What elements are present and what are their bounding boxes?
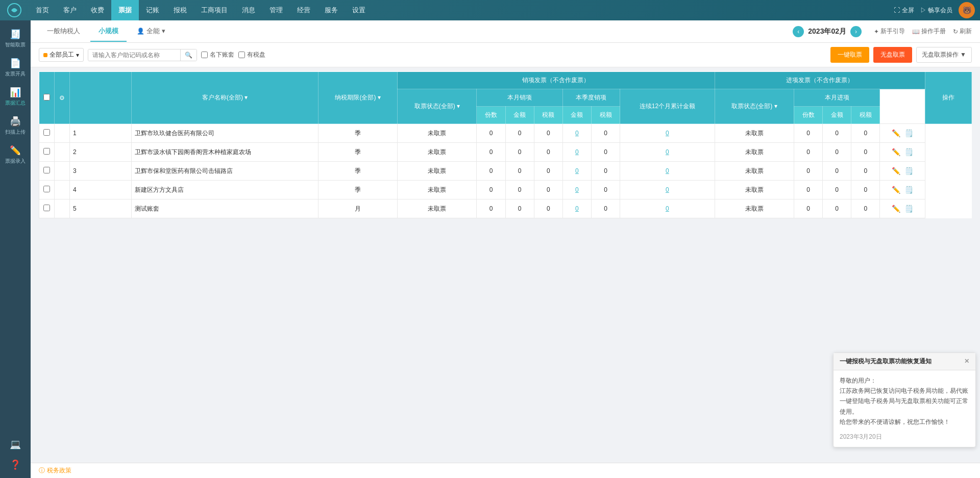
issue-invoice-icon: 📄: [10, 58, 21, 69]
nav-fee[interactable]: 收费: [84, 0, 111, 20]
row-checkbox[interactable]: [43, 205, 50, 211]
row-cancel-status-input: 未取票: [715, 162, 794, 181]
col-quarterly-sales-header: 本季度销项: [562, 89, 620, 107]
sidebar-item-issue-invoice[interactable]: 📄 发票开具: [1, 54, 30, 82]
col-monthly-sales-shares: 份数: [477, 107, 505, 124]
fullscreen-btn[interactable]: ⛶ 全屏: [894, 6, 914, 15]
nav-service[interactable]: 服务: [317, 0, 345, 20]
search-box: 🔍: [88, 49, 197, 61]
row-actions: ✏️ 🗒️: [880, 199, 925, 218]
sidebar-monitor-icon[interactable]: 💻: [7, 436, 23, 452]
guide-link[interactable]: ✦ 新手引导: [874, 27, 905, 36]
nav-bookkeeping[interactable]: 记账: [139, 0, 166, 20]
nav-operation[interactable]: 经营: [290, 0, 317, 20]
toolbar: 全部员工 ▾ 🔍 名下账套 有税盘 一键取票 无盘取票 无盘取票操作 ▼: [31, 43, 980, 67]
row-checkbox[interactable]: [43, 186, 50, 192]
row-checkbox-cell[interactable]: [39, 162, 55, 181]
row-settings-cell: [55, 124, 70, 143]
detail-btn[interactable]: 🗒️: [903, 204, 914, 214]
detail-btn[interactable]: 🗒️: [903, 128, 914, 138]
row-cumulative-12month: 0: [620, 181, 715, 199]
member-btn[interactable]: ▷ 畅享会员: [920, 6, 952, 15]
row-cancel-status-sales: 未取票: [398, 124, 477, 143]
manual-link[interactable]: 📖 操作手册: [912, 27, 946, 36]
row-tax-period: 季: [318, 143, 397, 162]
nav-client[interactable]: 客户: [56, 0, 84, 20]
row-monthly-shares-input: 0: [794, 124, 822, 143]
user-avatar[interactable]: 🐻: [959, 2, 975, 18]
sidebar-item-invoice-summary[interactable]: 📊 票据汇总: [1, 83, 30, 111]
edit-btn[interactable]: ✏️: [891, 128, 901, 138]
row-cancel-status-sales: 未取票: [398, 199, 477, 218]
edit-btn[interactable]: ✏️: [891, 185, 901, 195]
nav-right: ⛶ 全屏 ▷ 畅享会员 🐻: [894, 2, 975, 18]
row-checkbox-cell[interactable]: [39, 124, 55, 143]
nav-message[interactable]: 消息: [235, 0, 262, 20]
edit-btn[interactable]: ✏️: [891, 166, 901, 176]
policy-link[interactable]: 税务政策: [47, 466, 71, 475]
period-prev-btn[interactable]: ‹: [793, 26, 804, 37]
row-cumulative-12month: 0: [620, 143, 715, 162]
edit-btn[interactable]: ✏️: [891, 147, 901, 157]
account-filter-checkbox[interactable]: 名下账套: [201, 51, 234, 59]
no-disk-ops-btn[interactable]: 无盘取票操作 ▼: [916, 47, 972, 63]
tax-disk-filter-checkbox[interactable]: 有税盘: [238, 51, 265, 59]
row-checkbox-cell[interactable]: [39, 199, 55, 218]
row-checkbox[interactable]: [43, 129, 50, 136]
row-checkbox-cell[interactable]: [39, 181, 55, 199]
row-num: 5: [70, 199, 132, 218]
table-row: 3 卫辉市保和堂医药有限公司击辐路店 季 未取票 0 0 0 0 0 0 未取票…: [39, 162, 972, 181]
detail-btn[interactable]: 🗒️: [903, 147, 914, 157]
smart-invoice-icon: 🧾: [10, 29, 21, 40]
row-quarterly-tax-sales: 0: [591, 162, 620, 181]
no-disk-btn[interactable]: 无盘取票: [873, 47, 912, 63]
row-monthly-shares-input: 0: [794, 199, 822, 218]
sidebar-item-smart-invoice[interactable]: 🧾 智能取票: [1, 24, 30, 53]
notification-title: 一键报税与无盘取票功能恢复通知: [840, 357, 932, 366]
row-monthly-tax-input: 0: [851, 143, 880, 162]
nav-invoice[interactable]: 票据: [111, 0, 139, 20]
tab-bar: 一般纳税人 小规模 👤 全能 ▾ ‹ 2023年02月 › ✦ 新手引导 📖 操…: [31, 20, 980, 43]
col-monthly-input-amount: 金额: [823, 107, 851, 124]
one-click-btn[interactable]: 一键取票: [830, 47, 869, 63]
nav-tax[interactable]: 报税: [166, 0, 194, 20]
col-client-header: 客户名称(全部) ▾: [132, 72, 318, 124]
search-button[interactable]: 🔍: [180, 49, 197, 61]
sidebar-item-scan-upload[interactable]: 🖨️ 扫描上传: [1, 112, 30, 140]
sidebar-item-invoice-entry[interactable]: ✏️ 票据录入: [1, 141, 30, 169]
tab-general-taxpayer[interactable]: 一般纳税人: [39, 21, 88, 42]
notification-header: 一键报税与无盘取票功能恢复通知 ✕: [834, 353, 975, 370]
nav-items: 首页 客户 收费 票据 记账 报税 工商项目 消息 管理 经营 服务 设置: [29, 0, 894, 20]
row-quarterly-amount-sales: 0: [562, 124, 591, 143]
row-checkbox-cell[interactable]: [39, 143, 55, 162]
row-monthly-shares-sales: 0: [477, 199, 505, 218]
tab-all[interactable]: 👤 全能 ▾: [129, 21, 174, 42]
row-checkbox[interactable]: [43, 148, 50, 155]
row-quarterly-amount-sales: 0: [562, 143, 591, 162]
refresh-link[interactable]: ↻ 刷新: [953, 27, 972, 36]
tab-all-icon: 👤: [137, 28, 144, 35]
employee-filter[interactable]: 全部员工 ▾: [39, 48, 84, 62]
select-all-checkbox[interactable]: [43, 94, 50, 100]
nav-home[interactable]: 首页: [29, 0, 56, 20]
nav-commerce[interactable]: 工商项目: [194, 0, 235, 20]
period-next-btn[interactable]: ›: [850, 26, 862, 37]
tax-disk-checkbox-input[interactable]: [238, 52, 245, 58]
col-settings[interactable]: ⚙: [55, 72, 70, 124]
row-num: 2: [70, 143, 132, 162]
notification-close-icon[interactable]: ✕: [964, 358, 969, 365]
detail-btn[interactable]: 🗒️: [903, 185, 914, 195]
search-input[interactable]: [88, 49, 180, 61]
row-checkbox[interactable]: [43, 167, 50, 173]
row-monthly-shares-sales: 0: [477, 124, 505, 143]
toolbar-right: 一键取票 无盘取票 无盘取票操作 ▼: [830, 47, 972, 63]
row-monthly-tax-sales: 0: [534, 181, 562, 199]
nav-management[interactable]: 管理: [262, 0, 290, 20]
nav-settings[interactable]: 设置: [345, 0, 373, 20]
row-client: 测试账套: [132, 199, 318, 218]
sidebar-help-icon[interactable]: ❓: [7, 457, 23, 473]
tab-small-scale[interactable]: 小规模: [90, 21, 127, 42]
edit-btn[interactable]: ✏️: [891, 204, 901, 214]
account-checkbox-input[interactable]: [201, 52, 208, 58]
detail-btn[interactable]: 🗒️: [903, 166, 914, 176]
